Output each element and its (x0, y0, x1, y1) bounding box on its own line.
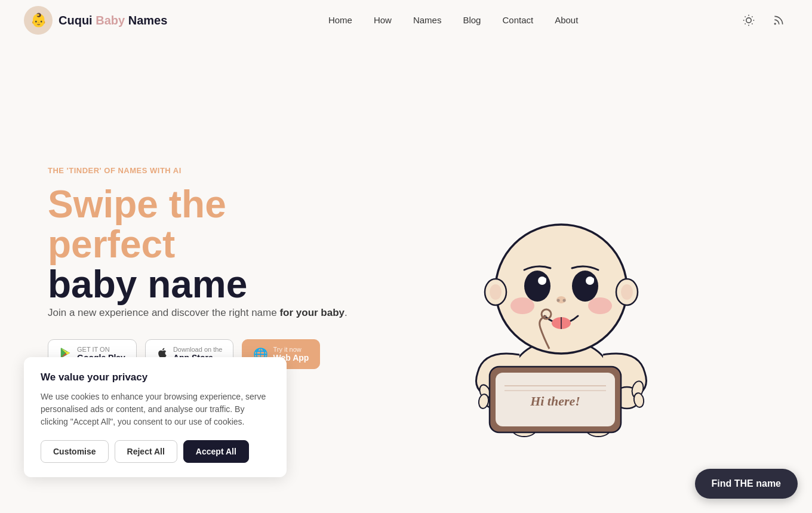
nav-icon-group (739, 11, 788, 30)
svg-point-30 (588, 297, 612, 314)
find-name-button[interactable]: Find THE name (695, 469, 798, 499)
rss-button[interactable] (769, 11, 788, 30)
logo-link[interactable]: 👶 Cuqui Baby Names (24, 6, 167, 35)
svg-point-22 (621, 284, 633, 300)
nav-links: Home How Names Blog Contact About (328, 15, 578, 26)
hero-description: Join a new experience and discover the r… (48, 305, 358, 321)
baby-svg: Hi there! (436, 116, 687, 438)
svg-point-32 (557, 299, 560, 302)
logo-text: Cuqui Baby Names (59, 14, 167, 27)
cookie-banner: We value your privacy We use cookies to … (24, 357, 287, 477)
reject-all-button[interactable]: Reject All (115, 440, 177, 463)
baby-illustration: Hi there! (358, 116, 764, 438)
svg-point-23 (524, 271, 550, 302)
svg-point-29 (510, 297, 534, 314)
logo-icon: 👶 (24, 6, 53, 35)
hero-title: Swipe the perfect baby name (48, 185, 358, 305)
hero-tag: THE 'TINDER' OF NAMES WITH AI (48, 166, 358, 175)
cookie-title: We value your privacy (41, 371, 270, 383)
svg-point-20 (490, 284, 502, 300)
hero-right: Hi there! (358, 110, 764, 444)
navbar: 👶 Cuqui Baby Names Home How Names Blog C… (0, 0, 812, 41)
svg-line-4 (752, 23, 752, 24)
svg-point-27 (543, 278, 546, 281)
svg-point-18 (496, 225, 627, 354)
svg-text:Hi there!: Hi there! (530, 394, 580, 408)
hero-left: THE 'TINDER' OF NAMES WITH AI Swipe the … (48, 166, 358, 388)
cookie-description: We use cookies to enhance your browsing … (41, 391, 270, 428)
nav-home[interactable]: Home (328, 15, 352, 25)
customise-button[interactable]: Customise (41, 440, 109, 463)
svg-point-24 (572, 271, 598, 302)
nav-blog[interactable]: Blog (463, 15, 481, 25)
svg-line-3 (745, 17, 746, 17)
svg-point-28 (590, 278, 594, 281)
rss-icon (773, 14, 785, 26)
nav-about[interactable]: About (555, 15, 578, 25)
cookie-actions: Customise Reject All Accept All (41, 440, 270, 463)
sun-icon (743, 14, 755, 26)
nav-names[interactable]: Names (413, 15, 442, 25)
accept-all-button[interactable]: Accept All (183, 440, 249, 463)
theme-toggle-button[interactable] (739, 11, 758, 30)
svg-point-0 (746, 18, 751, 23)
nav-contact[interactable]: Contact (502, 15, 533, 25)
svg-point-9 (774, 23, 776, 24)
svg-line-7 (745, 23, 746, 24)
nav-how[interactable]: How (374, 15, 392, 25)
svg-point-33 (563, 299, 566, 302)
svg-line-8 (752, 17, 752, 17)
